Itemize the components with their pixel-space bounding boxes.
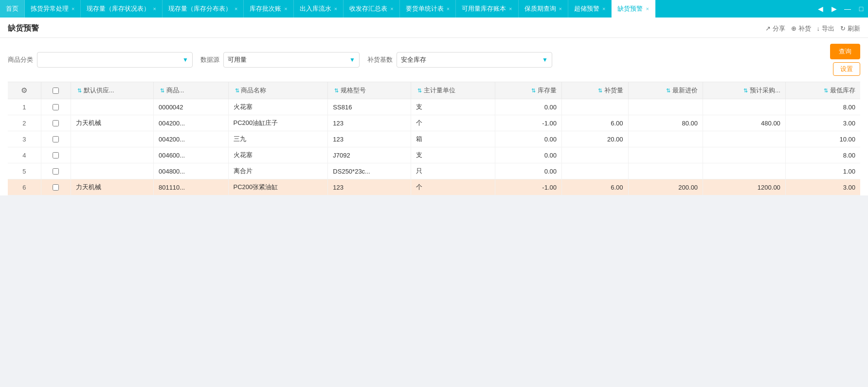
- th-latest-price: ⇅ 最新进价: [628, 82, 703, 99]
- cell-code: 801110...: [153, 179, 228, 195]
- tab-maximize-button[interactable]: □: [854, 5, 868, 13]
- sort-latest-price-icon: ⇅: [666, 88, 670, 93]
- th-code: ⇅ 商品...: [153, 82, 228, 99]
- table-container: ⚙ ⇅ 默认供应... ⇅ 商品...: [0, 82, 868, 195]
- cell-stock: -1.00: [495, 115, 562, 131]
- tab-receive-summary[interactable]: 收发存汇总表 ×: [344, 0, 399, 18]
- cell-estimated-purchase: 1200.00: [703, 179, 786, 195]
- datasource-select[interactable]: 可用量 ▼: [223, 52, 360, 68]
- cell-code: 004200...: [153, 115, 228, 131]
- replenish-button[interactable]: ⊕ 补货: [791, 24, 811, 33]
- cell-code: 004800...: [153, 163, 228, 179]
- tab-close-inout-flow[interactable]: ×: [334, 6, 337, 12]
- refresh-button[interactable]: ↻ 刷新: [840, 24, 860, 33]
- query-button[interactable]: 查询: [830, 44, 860, 59]
- basis-filter-group: 补货基数 安全库存 ▼: [367, 52, 552, 68]
- row-checkbox[interactable]: [53, 120, 59, 126]
- row-checkbox[interactable]: [53, 152, 59, 158]
- cell-min-stock: 3.00: [785, 179, 860, 195]
- cell-supplier: 力天机械: [71, 179, 154, 195]
- tab-close-receive-summary[interactable]: ×: [390, 6, 393, 12]
- gear-button[interactable]: ⚙: [21, 86, 27, 95]
- tab-inventory-status[interactable]: 现存量（库存状况表） ×: [81, 0, 162, 18]
- cell-num: 3: [8, 131, 41, 147]
- tab-home[interactable]: 首页: [0, 0, 25, 18]
- th-check: [41, 82, 71, 99]
- cell-unit: 箱: [411, 131, 495, 147]
- table-header-row: ⚙ ⇅ 默认供应... ⇅ 商品...: [8, 82, 860, 99]
- cell-latest-price: 200.00: [628, 179, 703, 195]
- tab-close-order-stats[interactable]: ×: [447, 6, 450, 12]
- cell-replenish: [561, 147, 628, 163]
- category-select[interactable]: ▼: [37, 52, 193, 68]
- row-checkbox[interactable]: [53, 104, 59, 110]
- tab-close-overstock[interactable]: ×: [602, 6, 605, 12]
- cell-num: 4: [8, 147, 41, 163]
- datasource-dropdown-icon: ▼: [349, 56, 355, 63]
- cell-stock: -1.00: [495, 179, 562, 195]
- cell-name: 三九: [228, 131, 328, 147]
- table-row: 5 004800... 离合片 DS250*23c... 只 0.00 1.00: [8, 163, 860, 179]
- cell-stock: 0.00: [495, 131, 562, 147]
- tab-abnormal[interactable]: 拣货异常处理 ×: [25, 0, 81, 18]
- category-dropdown-icon: ▼: [182, 56, 188, 63]
- export-button[interactable]: ↓ 导出: [817, 24, 835, 33]
- tab-expiry-query[interactable]: 保质期查询 ×: [519, 0, 568, 18]
- datasource-select-value: 可用量: [228, 55, 247, 64]
- cell-code: 004600...: [153, 147, 228, 163]
- row-checkbox[interactable]: [53, 136, 59, 142]
- select-all-checkbox[interactable]: [53, 88, 59, 94]
- th-estimated: ⇅ 预计采购...: [703, 82, 786, 99]
- cell-min-stock: 8.00: [785, 99, 860, 115]
- cell-latest-price: [628, 163, 703, 179]
- cell-unit: 只: [411, 163, 495, 179]
- tab-close-inventory-dist[interactable]: ×: [235, 6, 237, 12]
- cell-spec: 123: [328, 131, 411, 147]
- cell-latest-price: 80.00: [628, 115, 703, 131]
- tab-shortage[interactable]: 缺货预警 ×: [612, 0, 655, 18]
- tab-inventory-dist[interactable]: 现存量（库存分布表） ×: [163, 0, 244, 18]
- tab-close-batch[interactable]: ×: [284, 6, 287, 12]
- cell-replenish: [561, 99, 628, 115]
- tab-minimize-button[interactable]: —: [841, 5, 854, 13]
- basis-select-value: 安全库存: [401, 55, 426, 64]
- row-checkbox[interactable]: [53, 184, 59, 191]
- cell-replenish: 6.00: [561, 115, 628, 131]
- tab-close-inventory-status[interactable]: ×: [153, 6, 156, 12]
- cell-stock: 0.00: [495, 147, 562, 163]
- basis-select[interactable]: 安全库存 ▼: [397, 52, 552, 68]
- cell-min-stock: 8.00: [785, 147, 860, 163]
- tab-close-expiry-query[interactable]: ×: [559, 6, 562, 12]
- tab-inout-flow[interactable]: 出入库流水 ×: [294, 0, 344, 18]
- cell-name: PC200张紧油缸: [228, 179, 328, 195]
- refresh-icon: ↻: [840, 25, 846, 32]
- tab-batch[interactable]: 库存批次账 ×: [244, 0, 293, 18]
- cell-estimated-purchase: 480.00: [703, 115, 786, 131]
- sort-name-icon: ⇅: [235, 88, 239, 93]
- cell-num: 2: [8, 115, 41, 131]
- page-title: 缺货预警: [8, 23, 39, 34]
- th-replenish: ⇅ 补货量: [561, 82, 628, 99]
- cell-spec: 123: [328, 115, 411, 131]
- tab-order-stats[interactable]: 要货单统计表 ×: [400, 0, 456, 18]
- settings-button[interactable]: 设置: [833, 62, 860, 76]
- sort-estimated-icon: ⇅: [743, 88, 748, 93]
- share-button[interactable]: ↗ 分享: [765, 24, 785, 33]
- cell-check: [41, 99, 71, 115]
- cell-supplier: 力天机械: [71, 115, 154, 131]
- tab-next-button[interactable]: ▶: [827, 5, 841, 13]
- tab-prev-button[interactable]: ◀: [814, 5, 827, 13]
- tab-available-ledger[interactable]: 可用量库存账本 ×: [456, 0, 518, 18]
- tab-close-shortage[interactable]: ×: [646, 6, 649, 12]
- row-checkbox[interactable]: [53, 168, 59, 175]
- cell-spec: J7092: [328, 147, 411, 163]
- share-icon: ↗: [765, 25, 771, 32]
- cell-latest-price: [628, 99, 703, 115]
- tab-close-abnormal[interactable]: ×: [72, 6, 74, 12]
- sort-min-stock-icon: ⇅: [824, 88, 828, 93]
- cell-stock: 0.00: [495, 163, 562, 179]
- cell-replenish: 20.00: [561, 131, 628, 147]
- tab-overstock[interactable]: 超储预警 ×: [568, 0, 612, 18]
- tab-close-available-ledger[interactable]: ×: [509, 6, 512, 12]
- table-row: 2 力天机械 004200... PC200油缸庄子 123 个 -1.00 6…: [8, 115, 860, 131]
